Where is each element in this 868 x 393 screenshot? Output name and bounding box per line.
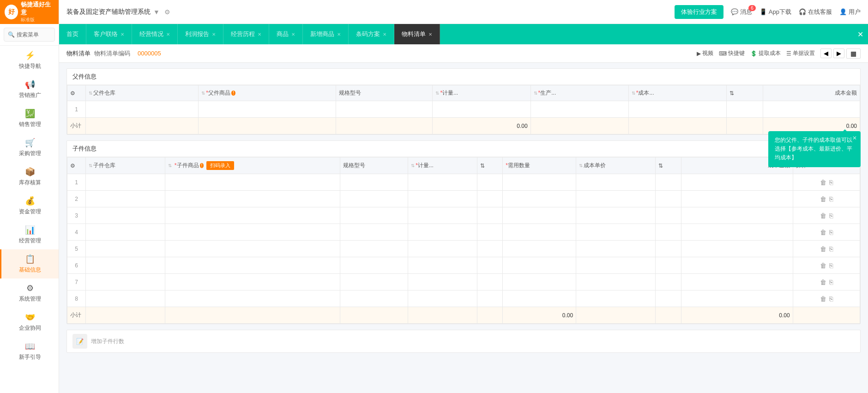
sidebar-item-marketing[interactable]: 📢 营销推广 (0, 75, 59, 104)
grid-view-button[interactable]: ▦ (846, 48, 861, 59)
online-service-action[interactable]: 🎧 在线客服 (799, 8, 832, 16)
parent-cell-prod[interactable] (530, 101, 628, 118)
child-c2-qty[interactable] (408, 191, 477, 207)
delete-icon-2[interactable]: 🗑 (820, 195, 826, 203)
tab-close-new-goods[interactable]: ✕ (337, 32, 341, 37)
parent-cell-spec[interactable] (336, 101, 433, 118)
tab-barcode[interactable]: 条码方案 ✕ (349, 24, 394, 44)
app-download-action[interactable]: 📱 App下载 (760, 8, 791, 16)
sort-icon[interactable]: ⇅ (729, 90, 734, 97)
parent-row-1: 1 (67, 101, 860, 118)
sidebar-item-basic[interactable]: 📋 基础信息 (0, 249, 59, 278)
sidebar-item-sales[interactable]: 💹 销售管理 (0, 104, 59, 133)
doc-settings-action[interactable]: ☰ 单据设置 (786, 49, 815, 57)
copy-icon-4[interactable]: ⎘ (829, 229, 833, 236)
copy-icon-2[interactable]: ⎘ (829, 195, 833, 203)
copy-icon-1[interactable]: ⎘ (829, 179, 833, 186)
parent-section: 父件信息 ⚙ ⇅父件仓库 ⇅*父件商品! 规格型号 (66, 68, 861, 135)
sort-icon[interactable]: ⇅ (632, 91, 635, 96)
parent-col-settings[interactable]: ⚙ (67, 85, 86, 101)
child-c2-spec[interactable] (340, 191, 408, 207)
sort-icon[interactable]: ⇅ (411, 163, 415, 168)
scan-input-button[interactable]: 扫码录入 (206, 161, 234, 170)
delete-icon-1[interactable]: 🗑 (820, 179, 826, 186)
sidebar-item-inventory[interactable]: 📦 库存核算 (0, 162, 59, 191)
child-c1-needed[interactable] (503, 174, 576, 191)
sidebar-item-guide[interactable]: 📖 新手引导 (0, 337, 59, 366)
sort-icon[interactable]: ⇅ (534, 91, 537, 96)
tab-close-operation[interactable]: ✕ (166, 32, 170, 37)
tab-bom[interactable]: 物料清单 ✕ (394, 24, 440, 44)
child-c1-goods[interactable] (165, 174, 340, 191)
child-section: 子件信息 ⚙ ⇅子件仓库 ⇅ *子件商品! (66, 140, 861, 324)
child-c2-goods[interactable] (165, 191, 340, 207)
sidebar-item-business[interactable]: 📊 经营管理 (0, 220, 59, 249)
child-c1-spec[interactable] (340, 174, 408, 191)
tab-close-profit[interactable]: ✕ (212, 32, 216, 37)
user-action[interactable]: 👤 用户 (839, 8, 861, 16)
child-c1-warehouse[interactable] (86, 174, 165, 191)
shortcut-action[interactable]: ⌨ 快捷键 (719, 49, 745, 57)
sidebar-item-collab[interactable]: 🤝 企业协同 (0, 308, 59, 337)
parent-cell-warehouse[interactable] (86, 101, 199, 118)
sales-icon: 💹 (25, 109, 35, 119)
tab-customer[interactable]: 客户联络 ✕ (86, 24, 132, 44)
copy-icon-7[interactable]: ⎘ (829, 278, 833, 286)
sort-icon[interactable]: ⇅ (89, 163, 92, 168)
delete-icon-5[interactable]: 🗑 (820, 245, 826, 253)
sort-icon[interactable]: ⇅ (168, 163, 172, 168)
search-menu-button[interactable]: 🔍 搜索菜单 (4, 28, 55, 42)
child-c2-warehouse[interactable] (86, 191, 165, 207)
copy-icon-5[interactable]: ⎘ (829, 245, 833, 253)
prev-button[interactable]: ◀ (820, 48, 832, 58)
parent-cell-cost[interactable] (628, 101, 726, 118)
close-all-tabs[interactable]: ✕ (853, 30, 868, 39)
tab-close-barcode[interactable]: ✕ (383, 32, 386, 37)
cost-action[interactable]: 💲 提取成本 (750, 49, 781, 57)
child-c1-qty[interactable] (408, 174, 477, 191)
sidebar-item-system[interactable]: ⚙ 系统管理 (0, 278, 59, 308)
tab-home[interactable]: 首页 (59, 24, 86, 44)
trial-button[interactable]: 体验行业方案 (675, 5, 723, 19)
tab-goods[interactable]: 商品 ✕ (269, 24, 303, 44)
message-action[interactable]: 💬 消息 6 (731, 8, 752, 16)
parent-col-prod: ⇅*生产... (530, 85, 628, 101)
tab-close-bom[interactable]: ✕ (428, 32, 432, 37)
copy-icon-6[interactable]: ⎘ (829, 262, 833, 269)
tab-profit[interactable]: 利润报告 ✕ (178, 24, 223, 44)
child-col-spec: 规格型号 (340, 157, 408, 174)
sidebar-item-finance[interactable]: 💰 资金管理 (0, 191, 59, 220)
parent-cell-qty[interactable] (433, 101, 530, 118)
settings-icon[interactable]: ⚙ (164, 8, 170, 16)
system-title-dropdown-icon[interactable]: ▼ (153, 8, 160, 16)
delete-icon-4[interactable]: 🗑 (820, 229, 826, 236)
tab-new-goods[interactable]: 新增商品 ✕ (303, 24, 349, 44)
sort-icon[interactable]: ⇅ (89, 91, 92, 96)
delete-icon-8[interactable]: 🗑 (820, 295, 826, 302)
delete-icon-6[interactable]: 🗑 (820, 262, 826, 269)
delete-icon-7[interactable]: 🗑 (820, 278, 826, 286)
sort-icon[interactable]: ⇅ (579, 163, 583, 168)
sort-icon[interactable]: ⇅ (435, 91, 439, 96)
tab-close-goods[interactable]: ✕ (291, 32, 295, 37)
copy-icon-8[interactable]: ⎘ (829, 295, 833, 302)
tab-history[interactable]: 经营历程 ✕ (223, 24, 269, 44)
sort-icon[interactable]: ⇅ (658, 163, 663, 169)
copy-icon-3[interactable]: ⎘ (829, 212, 833, 219)
sort-icon[interactable]: ⇅ (201, 91, 205, 96)
tab-close-history[interactable]: ✕ (258, 32, 261, 37)
logo-text: 畅捷通好生意 标准版 (21, 1, 54, 23)
sidebar-item-quicknav[interactable]: ⚡ 快捷导航 (0, 46, 59, 75)
sidebar-item-purchase[interactable]: 🛒 采购管理 (0, 133, 59, 162)
child-col-settings[interactable]: ⚙ (67, 157, 86, 174)
next-button[interactable]: ▶ (833, 48, 844, 58)
tab-operation[interactable]: 经营情况 ✕ (132, 24, 178, 44)
tab-close-customer[interactable]: ✕ (121, 32, 124, 37)
parent-cell-goods[interactable] (199, 101, 336, 118)
sort-icon[interactable]: ⇅ (480, 163, 485, 169)
add-row-button[interactable]: 📝 (72, 334, 87, 349)
child-c2-needed[interactable] (503, 191, 576, 207)
delete-icon-3[interactable]: 🗑 (820, 212, 826, 219)
tooltip-close-button[interactable]: ✕ (852, 134, 857, 143)
video-action[interactable]: ▶ 视频 (697, 49, 713, 57)
